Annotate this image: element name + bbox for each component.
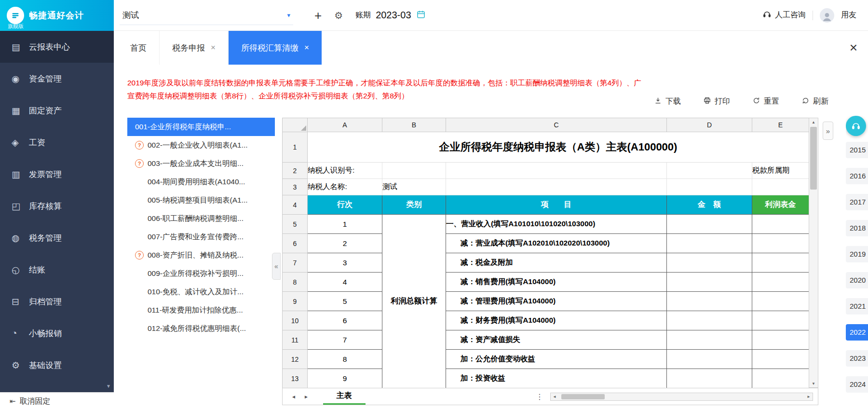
next-sheet-icon[interactable]: ► [304, 394, 309, 399]
item-cell[interactable]: 一、营业收入(填写A101010\101020\103000) [446, 215, 667, 234]
help-icon[interactable]: ? [135, 159, 144, 168]
report-list-item[interactable]: 006-职工薪酬纳税调整明细... [127, 209, 275, 228]
taxpayer-name-label-cell[interactable]: 纳税人名称: [308, 179, 382, 195]
row-header[interactable]: 11 [283, 330, 308, 350]
column-header[interactable]: D [667, 118, 752, 132]
sheet-tab-main[interactable]: 主表 [323, 388, 366, 405]
accounting-period[interactable]: 账期 2023-03 [355, 10, 425, 21]
item-cell[interactable]: 减：税金及附加 [446, 253, 667, 273]
amount-cell[interactable] [667, 330, 752, 350]
item-cell[interactable]: 减：资产减值损失 [446, 330, 667, 350]
amount-cell[interactable] [667, 253, 752, 273]
floating-service-button[interactable] [846, 116, 866, 136]
category-merged-cell[interactable]: 利润总额计算 [382, 215, 446, 388]
line-number-cell[interactable]: 9 [308, 369, 382, 388]
column-header[interactable]: A [308, 118, 382, 132]
line-number-cell[interactable]: 8 [308, 350, 382, 369]
sidebar-item-archive-management[interactable]: ⊟归档管理 [0, 286, 114, 317]
vertical-scrollbar[interactable]: ▲ ▼ [809, 118, 818, 388]
taxpayer-name-value-cell[interactable]: 测试 [382, 179, 446, 195]
close-icon[interactable]: × [211, 43, 216, 53]
year-item[interactable]: 2024 [846, 376, 868, 393]
profit-cell[interactable] [752, 234, 809, 253]
taxpayer-id-label-cell[interactable]: 纳税人识别号: [308, 163, 382, 179]
column-header[interactable]: C [446, 118, 667, 132]
year-item[interactable]: 2017 [846, 194, 868, 210]
amount-cell[interactable] [667, 369, 752, 388]
scroll-up-icon[interactable]: ▲ [809, 118, 818, 126]
row-header[interactable]: 4 [283, 195, 308, 215]
close-icon[interactable]: × [304, 43, 309, 53]
report-list-item[interactable]: 011-研发费用加计扣除优惠... [127, 301, 275, 319]
report-list-item[interactable]: 004-期间费用明细表(A1040... [127, 173, 275, 191]
user-name[interactable]: 用友 [841, 10, 856, 20]
sidebar-item-invoice-management[interactable]: ▥发票管理 [0, 158, 114, 190]
cell[interactable] [382, 163, 446, 179]
report-list-item[interactable]: ?008-资产折旧、摊销及纳税... [127, 246, 275, 264]
download-button[interactable]: 下载 [654, 96, 681, 107]
tax-period-label-cell[interactable]: 税款所属期 [752, 163, 809, 179]
more-options-icon[interactable]: ⋮ [536, 392, 543, 401]
unpin-sidebar-button[interactable]: ⇤ 取消固定 [0, 392, 114, 410]
cell[interactable] [446, 179, 667, 195]
item-cell[interactable]: 减：销售费用(填写A104000) [446, 273, 667, 292]
year-item[interactable]: 2016 [846, 168, 868, 184]
scroll-down-icon[interactable]: ▼ [809, 380, 818, 387]
row-header[interactable]: 7 [283, 253, 308, 273]
tab-income-tax-settlement[interactable]: 所得税汇算清缴× [229, 31, 322, 65]
profit-cell[interactable] [752, 350, 809, 369]
year-item[interactable]: 2019 [846, 246, 868, 262]
sidebar-scroll-down-icon[interactable]: ▼ [106, 384, 111, 389]
collapse-list-handle[interactable]: « [272, 253, 281, 280]
add-button[interactable]: + [314, 9, 322, 22]
profit-cell[interactable] [752, 330, 809, 350]
sidebar-item-fixed-assets[interactable]: ▦固定资产 [0, 95, 114, 126]
column-header[interactable]: B [382, 118, 446, 132]
year-item[interactable]: 2022 [846, 324, 868, 341]
year-item[interactable]: 2021 [846, 298, 868, 314]
profit-cell[interactable] [752, 292, 809, 311]
report-list-item[interactable]: 012-减免所得税优惠明细表(... [127, 319, 275, 338]
year-item[interactable]: 2023 [846, 350, 868, 367]
report-list-item[interactable]: ?002-一般企业收入明细表(A1... [127, 136, 275, 154]
year-item[interactable]: 2020 [846, 272, 868, 288]
sidebar-item-basic-settings[interactable]: ⚙基础设置 [0, 349, 114, 381]
row-header[interactable]: 9 [283, 292, 308, 311]
line-number-cell[interactable]: 5 [308, 292, 382, 311]
scroll-left-icon[interactable]: ◄ [551, 395, 558, 399]
report-list-item[interactable]: ?003-一般企业成本支出明细... [127, 154, 275, 173]
horizontal-scrollbar-thumb[interactable] [561, 394, 605, 399]
horizontal-scrollbar[interactable]: ◄ ► [550, 393, 813, 401]
report-list-item[interactable]: 001-企业所得税年度纳税申... [127, 118, 275, 136]
report-title-cell[interactable]: 企业所得税年度纳税申报表（A类）主表(A100000) [308, 132, 809, 163]
line-number-cell[interactable]: 1 [308, 215, 382, 234]
prev-sheet-icon[interactable]: ◄ [291, 394, 296, 399]
cell[interactable] [752, 179, 809, 195]
row-header[interactable]: 6 [283, 234, 308, 253]
calendar-icon[interactable] [416, 10, 426, 21]
year-item[interactable]: 2018 [846, 220, 868, 236]
row-header[interactable]: 13 [283, 369, 308, 388]
amount-cell[interactable] [667, 234, 752, 253]
table-header-item[interactable]: 项 目 [446, 195, 667, 215]
profit-cell[interactable] [752, 253, 809, 273]
row-header[interactable]: 10 [283, 311, 308, 330]
amount-cell[interactable] [667, 350, 752, 369]
row-header[interactable]: 12 [283, 350, 308, 369]
profit-cell[interactable] [752, 215, 809, 234]
expand-panel-button[interactable]: » [823, 122, 833, 140]
profit-cell[interactable] [752, 273, 809, 292]
gear-icon[interactable]: ⚙ [334, 10, 343, 21]
row-header[interactable]: 8 [283, 273, 308, 292]
report-list-item[interactable]: 007-广告费和业务宣传费跨... [127, 228, 275, 246]
item-cell[interactable]: 加：投资收益 [446, 369, 667, 388]
item-cell[interactable]: 减：营业成本(填写A102010\102020\103000) [446, 234, 667, 253]
item-cell[interactable]: 加：公允价值变动收益 [446, 350, 667, 369]
amount-cell[interactable] [667, 311, 752, 330]
line-number-cell[interactable]: 2 [308, 234, 382, 253]
item-cell[interactable]: 减：财务费用(填写A104000) [446, 311, 667, 330]
row-header[interactable]: 1 [283, 132, 308, 163]
line-number-cell[interactable]: 4 [308, 273, 382, 292]
table-header-profit[interactable]: 利润表金 [752, 195, 809, 215]
help-icon[interactable]: ? [135, 141, 144, 150]
